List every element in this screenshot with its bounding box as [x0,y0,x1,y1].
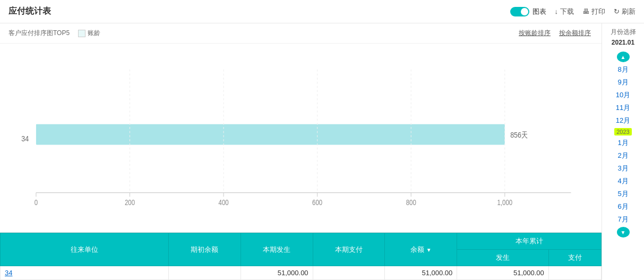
sidebar-up-button[interactable]: ▲ [617,52,630,62]
col-balance: 余额 ▼ [385,233,457,266]
sidebar-month-2[interactable]: 2月 [602,149,644,162]
cell-ytd-payment [548,266,601,280]
sidebar-month-10[interactable]: 10月 [602,89,644,101]
sidebar-month-12[interactable]: 12月 [602,114,644,127]
cell-current-occurrence: 51,000.00 [241,266,313,280]
company-link[interactable]: 34 [5,269,12,277]
sidebar-label: 月份选择 [611,28,636,37]
sidebar-year-badge: 2023 [614,128,631,135]
svg-text:800: 800 [406,198,416,207]
data-table-panel: 往来单位 期初余额 本期发生 本期支付 余额 ▼ 本年累计 发生 支付 [0,232,602,280]
bar-chart: 34 856天 0 200 [8,49,593,227]
sidebar-month-11[interactable]: 11月 [602,101,644,114]
chart-body: 34 856天 0 200 [0,44,602,232]
col-current-payment: 本期支付 [313,233,385,266]
svg-text:0: 0 [35,198,38,207]
app-header: 应付统计表 图表 ↓ 下载 🖶 打印 ↻ 刷新 [0,0,644,23]
col-ytd: 本年累计 [457,233,602,250]
cell-company: 34 [1,266,169,280]
sidebar-month-6[interactable]: 6月 [602,200,644,213]
chart-toggle-group: 图表 [510,7,546,16]
sort-by-balance-button[interactable]: 按账龄排序 [517,28,553,39]
cell-ytd-occurrence: 51,000.00 [457,266,549,280]
print-icon: 🖶 [582,7,589,15]
chart-header: 客户应付排序图TOP5 账龄 按账龄排序 按余额排序 [0,23,602,44]
sidebar-month-3[interactable]: 3月 [602,162,644,175]
chart-toggle[interactable] [510,7,529,16]
chart-legend-title: 客户应付排序图TOP5 [8,29,70,38]
sidebar-month-9[interactable]: 9月 [602,76,644,89]
sidebar-month-5[interactable]: 5月 [602,188,644,200]
refresh-button[interactable]: ↻ 刷新 [614,7,636,16]
sidebar-month-4[interactable]: 4月 [602,175,644,188]
sidebar-year-display: 2021.01 [612,39,634,46]
chart-label: 图表 [533,7,546,16]
col-company: 往来单位 [1,233,169,266]
chart-panel: 客户应付排序图TOP5 账龄 按账龄排序 按余额排序 34 [0,23,602,280]
chart-legend: 客户应付排序图TOP5 账龄 [8,29,100,38]
sort-buttons: 按账龄排序 按余额排序 [517,28,593,39]
print-button[interactable]: 🖶 打印 [582,7,605,16]
col-opening-balance: 期初余额 [168,233,241,266]
legend-item: 账龄 [78,29,100,38]
svg-rect-1 [36,124,505,145]
sidebar-month-1[interactable]: 1月 [602,137,644,149]
legend-item-label: 账龄 [88,29,100,38]
legend-color-box [78,30,85,37]
sort-by-amount-button[interactable]: 按余额排序 [557,28,593,39]
cell-balance: 51,000.00 [385,266,457,280]
svg-text:200: 200 [125,198,135,207]
sidebar-month-7[interactable]: 7月 [602,213,644,226]
sidebar-month-8[interactable]: 8月 [602,63,644,76]
download-label: 下载 [560,7,574,16]
data-table: 往来单位 期初余额 本期发生 本期支付 余额 ▼ 本年累计 发生 支付 [0,233,602,280]
sidebar-down-button[interactable]: ▼ [617,227,630,237]
cell-opening-balance [168,266,241,280]
svg-text:1,000: 1,000 [497,198,513,207]
col-ytd-occurrence: 发生 [457,250,549,266]
main-content: 客户应付排序图TOP5 账龄 按账龄排序 按余额排序 34 [0,23,644,280]
col-ytd-payment: 支付 [548,250,601,266]
refresh-icon: ↻ [614,7,620,15]
svg-text:856天: 856天 [510,130,528,140]
cell-current-payment [313,266,385,280]
download-icon: ↓ [555,7,559,15]
svg-text:34: 34 [21,134,29,143]
page-title: 应付统计表 [8,6,51,17]
print-label: 打印 [591,7,605,16]
right-sidebar: 月份选择 2021.01 ▲ 8月 9月 10月 11月 12月 2023 1月… [602,23,644,280]
col-current-occurrence: 本期发生 [241,233,313,266]
refresh-label: 刷新 [622,7,636,16]
svg-text:600: 600 [312,198,322,207]
table-row: 34 51,000.00 51,000.00 51,000.00 [1,266,602,280]
download-button[interactable]: ↓ 下载 [555,7,574,16]
svg-text:400: 400 [219,198,229,207]
header-actions: 图表 ↓ 下载 🖶 打印 ↻ 刷新 [510,7,636,16]
